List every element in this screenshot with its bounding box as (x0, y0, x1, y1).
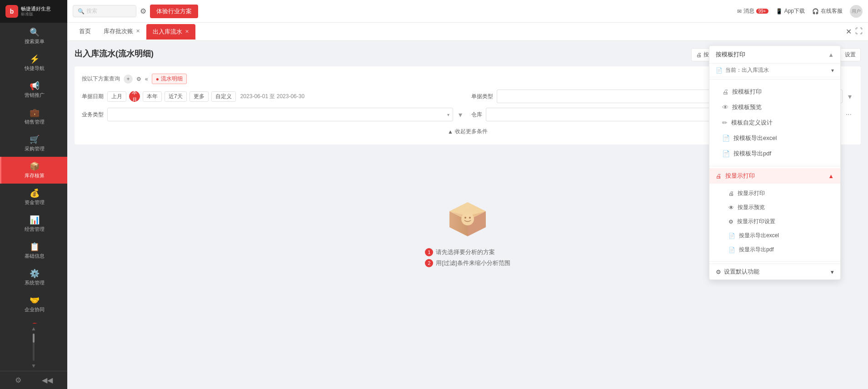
message-btn[interactable]: ✉ 消息 99+ (737, 7, 768, 15)
display-print-label: 按显示打印 (738, 190, 765, 197)
template-customize-btn[interactable]: ✏ 模板自定义设计 (709, 115, 840, 130)
bill-type-more-icon[interactable]: ▾ (846, 92, 853, 101)
tab-close-batch[interactable]: ✕ (136, 28, 140, 34)
sidebar-item-collab[interactable]: 🤝 企业协同 (0, 291, 67, 318)
system-icon: ⚙️ (30, 269, 40, 279)
print-icon: 🖨 (696, 52, 702, 58)
warehouse-more-icon[interactable]: ··· (844, 110, 853, 119)
date-btn-more[interactable]: 更多 (190, 91, 209, 102)
sidebar-item-purchase[interactable]: 🛒 采购管理 (0, 130, 67, 157)
display-print-btn[interactable]: 🖨 按显示打印 (709, 186, 840, 200)
tag-icon: ● (156, 76, 159, 82)
collapse-more-btn[interactable]: ▲ 收起更多条件 (444, 126, 491, 137)
edit-icon: ✏ (722, 119, 728, 126)
pdf-icon: 📄 (722, 150, 730, 157)
marketing-icon: 📢 (30, 81, 40, 91)
template-export-pdf-btn[interactable]: 📄 按模板导出pdf (709, 146, 840, 161)
display-export-pdf-btn[interactable]: 📄 按显示导出pdf (709, 243, 840, 257)
sidebar-collapse-icon[interactable]: ◀◀ (42, 376, 53, 384)
filter-settings-icon[interactable]: ⚙ (136, 76, 141, 82)
sidebar-item-inventory[interactable]: 📦 库存核算 (0, 157, 67, 184)
topbar-search[interactable]: 🔍 搜索 (73, 5, 136, 17)
sidebar: b 畅捷通好生意 标准版 🔍 搜索菜单 ⚡ 快捷导航 📢 营销推广 💼 销售管理… (0, 0, 67, 389)
basic-icon: 📋 (30, 242, 40, 252)
settings-button[interactable]: 设置 (840, 48, 861, 61)
display-section: 🖨 按显示打印 👁 按显示预览 ⚙ 按显示打印设置 📄 按显示导出excel 📄… (709, 184, 840, 259)
collab-icon: 🤝 (30, 295, 40, 305)
sidebar-label-shortcut: 快捷导航 (25, 65, 45, 72)
date-btn-7days[interactable]: 近7天 (165, 91, 187, 102)
display-pdf-icon: 📄 (728, 247, 735, 253)
sidebar-label-sales: 销售管理 (25, 119, 45, 125)
dropdown-footer[interactable]: ⚙ 设置默认功能 ▾ (709, 264, 840, 279)
default-settings-icon: ⚙ (716, 269, 721, 275)
sidebar-label-collab: 企业协同 (25, 306, 45, 313)
app-name: 畅捷通好生意 (21, 5, 51, 12)
date-btn-prev-month[interactable]: 上月 (107, 91, 126, 102)
message-badge: 99+ (756, 9, 768, 14)
empty-tips: 1 请先选择要分析的方案 2 用[过滤]条件来缩小分析范围 (425, 248, 510, 270)
topbar-gear-icon[interactable]: ⚙ (140, 7, 146, 15)
tab-close-flow[interactable]: ✕ (185, 29, 189, 35)
tab-home[interactable]: 首页 (73, 24, 97, 40)
tab-batch[interactable]: 库存批次账✕ (97, 24, 146, 40)
scrollbar-down-arrow[interactable]: ▼ (31, 363, 36, 369)
display-print-collapse-icon[interactable]: ▲ (828, 173, 834, 180)
filter-add-icon[interactable]: + (124, 75, 133, 84)
template-print-btn[interactable]: 🖨 按模板打印 (709, 84, 840, 100)
sidebar-item-search[interactable]: 🔍 搜索菜单 (0, 23, 67, 50)
app-download-label: App下载 (784, 7, 805, 15)
sidebar-item-guide[interactable]: 🎯 新手引导 (0, 318, 67, 324)
default-settings-label: 设置默认功能 (724, 268, 759, 276)
app-download-btn[interactable]: 📱 App下载 (776, 7, 805, 15)
display-excel-label: 按显示导出excel (739, 232, 779, 239)
svg-point-6 (469, 217, 471, 219)
template-export-excel-btn[interactable]: 📄 按模板导出excel (709, 130, 840, 146)
display-print-settings-btn[interactable]: ⚙ 按显示打印设置 (709, 214, 840, 229)
online-service-btn[interactable]: 🎧 在线客服 (812, 7, 843, 15)
display-print-header[interactable]: 🖨 按显示打印 ▲ (709, 168, 840, 184)
sidebar-settings-icon[interactable]: ⚙ (15, 376, 21, 384)
current-arrow[interactable]: ▾ (831, 67, 834, 74)
tab-label-batch: 库存批次账 (104, 27, 133, 35)
current-selection: 📄 当前：出入库流水 ▾ (709, 64, 840, 77)
biz-type-select[interactable] (107, 108, 453, 121)
svg-point-4 (461, 213, 474, 225)
sidebar-item-marketing[interactable]: 📢 营销推广 (0, 76, 67, 103)
tag-label: 流水明细 (161, 75, 183, 83)
tab-label-flow: 出入库流水 (153, 28, 182, 36)
fullscreen-icon[interactable]: ⛶ (855, 27, 863, 36)
date-range-display: 2023-06-01 至 2023-06-30 (240, 93, 304, 100)
avatar-text: 用户 (850, 5, 863, 18)
date-btn-year[interactable]: 本年 (143, 91, 162, 102)
sidebar-item-operation[interactable]: 📊 经营管理 (0, 210, 67, 237)
close-window-icon[interactable]: ✕ (846, 27, 852, 36)
date-btn-current-month[interactable]: 本月 (129, 91, 140, 102)
template-customize-label: 模板自定义设计 (731, 119, 773, 127)
display-preview-btn[interactable]: 👁 按显示预览 (709, 200, 840, 214)
app-download-icon: 📱 (776, 8, 783, 15)
excel-icon: 📄 (722, 135, 730, 142)
biz-type-more-icon[interactable]: ▾ (457, 110, 464, 119)
template-excel-label: 按模板导出excel (733, 134, 777, 142)
date-btn-custom[interactable]: 自定义 (211, 91, 236, 102)
display-export-excel-btn[interactable]: 📄 按显示导出excel (709, 229, 840, 243)
sidebar-item-shortcut[interactable]: ⚡ 快捷导航 (0, 50, 67, 76)
sidebar-item-system[interactable]: ⚙️ 系统管理 (0, 264, 67, 291)
biz-type-label: 业务类型 (82, 111, 104, 119)
tip2-text: 用[过滤]条件来缩小分析范围 (436, 259, 510, 267)
trial-button[interactable]: 体验行业方案 (150, 5, 198, 18)
empty-illustration (440, 186, 495, 241)
scrollbar-up-arrow[interactable]: ▲ (31, 325, 36, 332)
user-avatar[interactable]: 用户 (850, 5, 863, 18)
sidebar-item-finance[interactable]: 💰 资金管理 (0, 184, 67, 210)
template-preview-btn[interactable]: 👁 按模板预览 (709, 100, 840, 115)
template-print-label: 按模板打印 (732, 88, 762, 96)
sidebar-label-inventory: 库存核算 (25, 172, 45, 179)
sidebar-item-basic[interactable]: 📋 基础信息 (0, 237, 67, 264)
sidebar-item-sales[interactable]: 💼 销售管理 (0, 103, 67, 130)
tab-flow[interactable]: 出入库流水✕ (146, 24, 195, 40)
filter-collapse-icon[interactable]: « (145, 76, 148, 82)
headset-icon: 🎧 (812, 8, 819, 15)
dropdown-up-arrow[interactable]: ▲ (828, 51, 834, 58)
